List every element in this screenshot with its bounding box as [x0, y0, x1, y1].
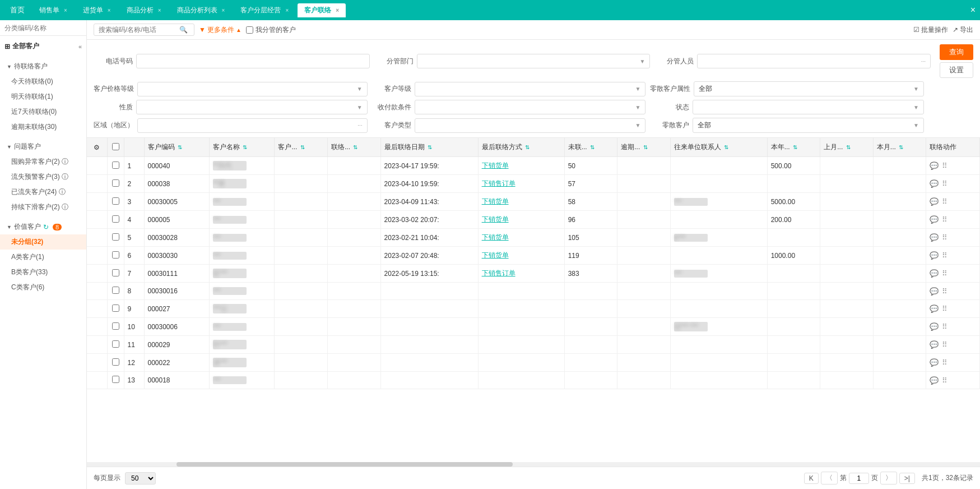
select-all-checkbox[interactable]: [112, 143, 119, 150]
overdue-col-header[interactable]: 逾期... ⇅: [617, 138, 671, 157]
tab-purchase-order[interactable]: 进货单 ×: [76, 3, 118, 17]
phone-input[interactable]: [136, 54, 370, 68]
code-col-header[interactable]: 客户编码 ⇅: [144, 138, 209, 157]
sidebar-item-overdue[interactable]: 逾期未联络(30): [0, 119, 86, 135]
sidebar-item-a-class[interactable]: A类客户(1): [0, 250, 86, 265]
sidebar-item-ungroup[interactable]: 未分组(32): [0, 234, 86, 250]
type-sort-icon[interactable]: ⇅: [300, 144, 305, 150]
this-year-sort-icon[interactable]: ⇅: [793, 144, 797, 150]
more-icon[interactable]: ⠿: [942, 322, 948, 331]
comment-icon[interactable]: 💬: [930, 197, 939, 206]
horizontal-scrollbar[interactable]: [87, 462, 980, 467]
more-conditions-btn[interactable]: ▼ 更多条件 ▲: [199, 25, 241, 35]
more-icon[interactable]: ⠿: [942, 287, 948, 296]
all-customers-header[interactable]: ⊞ 全部客户 «: [0, 38, 86, 54]
retail-customer-select[interactable]: 全部 ▼: [693, 118, 924, 133]
comment-icon[interactable]: 💬: [930, 376, 939, 385]
comment-icon[interactable]: 💬: [930, 233, 939, 242]
unit-contact-col-header[interactable]: 往来单位联系人 ⇅: [670, 138, 767, 157]
row-last-contact-way-cell[interactable]: 下销售订单: [478, 175, 564, 193]
this-month-col-header[interactable]: 本月... ⇅: [873, 138, 926, 157]
row-last-contact-way-cell[interactable]: [478, 300, 564, 318]
scrollbar-thumb[interactable]: [177, 462, 513, 467]
nature-select[interactable]: ▼: [136, 100, 368, 114]
row-checkbox[interactable]: [112, 233, 119, 241]
row-last-contact-way-cell[interactable]: 下销货单: [478, 157, 564, 175]
row-last-contact-way-cell[interactable]: [478, 318, 564, 336]
sidebar-search-input[interactable]: [4, 24, 87, 32]
close-customer-tier-icon[interactable]: ×: [285, 7, 289, 13]
tab-customer-contact[interactable]: 客户联络 ×: [298, 3, 346, 17]
manager-select[interactable]: ···: [697, 54, 931, 68]
my-customers-checkbox[interactable]: 我分管的客户: [246, 25, 296, 35]
row-checkbox[interactable]: [112, 376, 119, 383]
value-customers-title[interactable]: ▼ 价值客户 ↻ 8: [0, 219, 86, 234]
name-sort-icon[interactable]: ⇅: [243, 144, 247, 150]
settings-col-header[interactable]: ⚙: [87, 138, 107, 157]
home-tab[interactable]: 首页: [4, 3, 30, 17]
comment-icon[interactable]: 💬: [930, 287, 939, 296]
more-icon[interactable]: ⠿: [942, 305, 948, 313]
sidebar-item-b-class[interactable]: B类客户(33): [0, 265, 86, 280]
search-input[interactable]: [99, 26, 177, 34]
no-contact-col-header[interactable]: 未联... ⇅: [564, 138, 617, 157]
row-last-contact-way-cell[interactable]: 下销货单: [478, 229, 564, 247]
type-col-header[interactable]: 客户... ⇅: [275, 138, 328, 157]
row-checkbox[interactable]: [112, 179, 119, 187]
last-month-sort-icon[interactable]: ⇅: [846, 144, 851, 150]
sidebar-item-abnormal[interactable]: 囤购异常客户(2) ⓘ: [0, 154, 86, 169]
batch-action-btn[interactable]: ☑ 批量操作: [913, 25, 948, 35]
row-checkbox[interactable]: [112, 305, 119, 312]
contact-sort-icon[interactable]: ⇅: [353, 144, 357, 150]
no-contact-sort-icon[interactable]: ⇅: [590, 144, 594, 150]
checkbox-col-header[interactable]: [107, 138, 124, 157]
row-checkbox[interactable]: [112, 322, 119, 330]
close-purchase-order-icon[interactable]: ×: [108, 7, 111, 13]
more-icon[interactable]: ⠿: [942, 162, 948, 170]
last-page-btn[interactable]: >|: [899, 473, 915, 484]
row-last-contact-way-cell[interactable]: 下销售订单: [478, 265, 564, 283]
row-checkbox[interactable]: [112, 358, 119, 366]
sidebar-item-c-class[interactable]: C类客户(6): [0, 280, 86, 295]
overdue-sort-icon[interactable]: ⇅: [643, 144, 648, 150]
row-checkbox[interactable]: [112, 215, 119, 223]
row-checkbox[interactable]: [112, 269, 119, 276]
query-button[interactable]: 查询: [940, 44, 973, 60]
settings-icon[interactable]: ⚙: [94, 144, 100, 151]
sidebar-item-tomorrow[interactable]: 明天待联络(1): [0, 89, 86, 104]
more-icon[interactable]: ⠿: [942, 179, 948, 188]
more-icon[interactable]: ⠿: [942, 215, 948, 224]
comment-icon[interactable]: 💬: [930, 269, 939, 278]
sidebar-item-today[interactable]: 今天待联络(0): [0, 74, 86, 89]
row-checkbox[interactable]: [112, 340, 119, 348]
comment-icon[interactable]: 💬: [930, 322, 939, 331]
region-select[interactable]: ···: [137, 118, 368, 133]
page-size-select[interactable]: 50 100 200: [125, 472, 156, 485]
row-last-contact-way-cell[interactable]: 下销货单: [478, 247, 564, 265]
row-checkbox[interactable]: [112, 251, 119, 259]
sidebar-collapse-icon[interactable]: «: [78, 43, 82, 50]
tab-sales-order[interactable]: 销售单 ×: [32, 3, 74, 17]
customer-level-select[interactable]: ▼: [415, 82, 646, 96]
row-last-contact-way-cell[interactable]: [478, 354, 564, 372]
customer-type-select[interactable]: ▼: [415, 118, 646, 133]
comment-icon[interactable]: 💬: [930, 215, 939, 224]
this-year-col-header[interactable]: 本年... ⇅: [767, 138, 820, 157]
retail-attr-select[interactable]: 全部 ▼: [694, 81, 924, 96]
first-page-btn[interactable]: K: [804, 473, 819, 484]
comment-icon[interactable]: 💬: [930, 251, 939, 260]
row-last-contact-way-cell[interactable]: 下销货单: [478, 211, 564, 229]
more-icon[interactable]: ⠿: [942, 376, 948, 385]
refresh-icon[interactable]: ↻: [43, 223, 49, 231]
close-product-analysis-list-icon[interactable]: ×: [222, 7, 225, 13]
tab-product-analysis-list[interactable]: 商品分析列表 ×: [170, 3, 232, 17]
row-last-contact-way-cell[interactable]: [478, 336, 564, 354]
comment-icon[interactable]: 💬: [930, 340, 939, 349]
row-last-contact-way-cell[interactable]: [478, 283, 564, 300]
last-contact-date-sort-icon[interactable]: ⇅: [428, 144, 432, 150]
close-customer-contact-icon[interactable]: ×: [336, 7, 339, 13]
search-icon[interactable]: 🔍: [179, 26, 188, 34]
last-contact-date-col-header[interactable]: 最后联络日期 ⇅: [380, 138, 478, 157]
row-checkbox[interactable]: [112, 197, 119, 205]
prev-page-btn[interactable]: 〈: [821, 472, 838, 485]
